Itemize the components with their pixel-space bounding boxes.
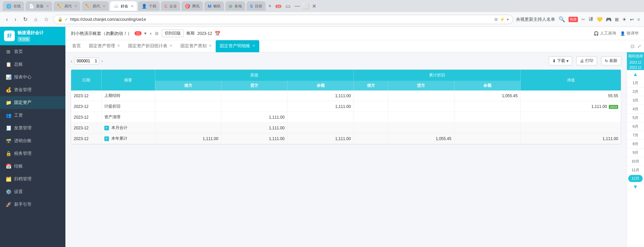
cell-dep-balance-3 — [454, 112, 520, 123]
tab3-close-icon[interactable]: ✕ — [74, 4, 77, 8]
prev-page-button[interactable]: ‹ — [71, 58, 72, 64]
tab-fa-category[interactable]: 固定资产类别 ✕ — [176, 40, 216, 52]
qr-icon[interactable]: ⊞ — [494, 17, 498, 22]
cell-net-3 — [521, 112, 621, 123]
sidebar-item-purchase[interactable]: 🗃️ 进销台账 — [0, 134, 65, 147]
period-item-7[interactable]: 7月 — [627, 131, 644, 140]
grid-icon[interactable]: ⊞ — [615, 17, 619, 22]
menu-icon[interactable]: ≡ — [637, 17, 640, 22]
sun-icon[interactable]: ☀ — [622, 17, 627, 22]
close-window-icon[interactable]: ✕ — [312, 3, 316, 9]
cell-orig-debit-2 — [155, 101, 221, 112]
browser-tab-6[interactable]: 👤 个税 — [138, 1, 160, 11]
sidebar-item-payroll[interactable]: 👥 工资 — [0, 109, 65, 122]
browser-tab-11[interactable]: S 目前 — [247, 1, 266, 11]
game-icon[interactable]: 🎮 — [606, 17, 611, 22]
tab-fa-management[interactable]: 固定资产管理 ✕ — [85, 40, 124, 52]
next-page-button[interactable]: › — [101, 58, 103, 64]
browser-tab-5[interactable]: ☁️ 好会 ✕ — [110, 1, 137, 11]
company-dropdown-button[interactable]: ▾ — [144, 31, 147, 36]
switch-version-button[interactable]: 切到旧版 — [162, 29, 184, 37]
address-bar[interactable]: 🔒 ✓ ⊞ ⚡ ▾ — [53, 15, 513, 24]
address-input[interactable] — [70, 17, 492, 22]
tab5-close-icon[interactable]: ✕ — [131, 4, 133, 8]
back-button[interactable]: ‹ — [4, 16, 10, 23]
period-item-1[interactable]: 1月 — [627, 79, 644, 87]
reload-button[interactable]: ↻ — [21, 15, 30, 23]
sidebar-item-archive[interactable]: 🗂️ 归档管理 — [0, 173, 65, 185]
period-down-button[interactable]: ▼ — [627, 183, 644, 191]
wallet-icon[interactable]: 💛 — [597, 17, 602, 22]
yearly-total-icon: + — [104, 136, 109, 141]
sidebar-item-reports[interactable]: 📊 报表中心 — [0, 71, 65, 83]
period-item-4[interactable]: 4月 — [627, 105, 644, 114]
content-area: ‹ 1 › ⬇ 下载 ▾ — [65, 52, 627, 247]
browser-tab-2[interactable]: 📄 新版 ✕ — [25, 1, 52, 11]
add-company-button[interactable]: + — [149, 31, 152, 36]
sidebar-item-tax[interactable]: 🔒 税务管理 — [0, 147, 65, 160]
sidebar-item-fixed-assets[interactable]: 📁 固定资产 — [0, 96, 65, 109]
sidebar-item-guide[interactable]: 🚀 新手引导 — [0, 198, 65, 211]
browser-tab-1[interactable]: 🌐 在线 — [3, 1, 24, 11]
lightning-icon[interactable]: ⚡ — [500, 17, 505, 22]
sidebar-item-close[interactable]: 📅 结账 — [0, 160, 65, 173]
tab-restore-button[interactable]: ⊡ — [631, 44, 635, 49]
consult-button[interactable]: 🎧 人工咨询 — [594, 30, 616, 36]
period-item-2[interactable]: 2月 — [627, 87, 644, 96]
period-item-6[interactable]: 6月 — [627, 122, 644, 131]
sidebar-item-invoice[interactable]: 🧾 发票管理 — [0, 122, 65, 134]
browser-tab-7[interactable]: C 企业 — [161, 1, 180, 11]
year-badge: 2023 — [609, 105, 618, 109]
tab-home[interactable]: 首页 — [68, 40, 85, 52]
restore-window-icon[interactable]: ⬜ — [303, 3, 309, 9]
home-button[interactable]: ⌂ — [32, 16, 40, 23]
period-item-11[interactable]: 11月 — [627, 166, 644, 175]
tab-fa-dep-stat-close-icon[interactable]: ✕ — [169, 44, 172, 48]
funds-icon: 💰 — [5, 87, 11, 93]
sidebar-item-settings[interactable]: ⚙️ 设置 — [0, 185, 65, 198]
refresh-button[interactable]: ↻ 刷新 — [601, 56, 621, 65]
sidebar-brand: 好 畅捷通好会计 专业版 — [0, 27, 65, 45]
forward-button[interactable]: › — [12, 16, 18, 23]
period-item-10[interactable]: 10月 — [627, 157, 644, 166]
period-up-button[interactable]: ▲ — [627, 70, 644, 79]
download-button[interactable]: ⬇ 下载 ▾ — [549, 56, 572, 65]
search-icon[interactable]: 🔍 — [558, 16, 565, 22]
minimize-icon[interactable]: — — [294, 3, 300, 9]
settings-button[interactable]: ⚙ — [155, 31, 159, 36]
bookmark-button[interactable]: ☆ — [42, 15, 51, 23]
period-item-12[interactable]: 12月 — [628, 175, 643, 182]
browser-tab-10[interactable]: ⊞ 各地 — [225, 1, 245, 11]
scissors-icon[interactable]: ✂ — [581, 17, 585, 22]
tab-fa-mgmt-close-icon[interactable]: ✕ — [117, 44, 120, 48]
period-item-8[interactable]: 8月 — [627, 140, 644, 148]
tab-fullscreen-button[interactable]: ⤢ — [637, 44, 641, 49]
tab-fa-detail[interactable]: 固定资产明细账 ✕ — [216, 40, 259, 52]
sidebar-item-ledger[interactable]: 📋 总账 — [0, 58, 65, 71]
sidebar-item-funds[interactable]: 💰 资金管理 — [0, 83, 65, 96]
settings-icon: ⚙️ — [5, 189, 11, 195]
period-item-9[interactable]: 9月 — [627, 148, 644, 157]
browser-tab-9[interactable]: M 畅联 — [204, 1, 224, 11]
period-item-5[interactable]: 5月 — [627, 114, 644, 122]
tab-fa-dep-stat[interactable]: 固定资产折旧统计表 ✕ — [124, 40, 176, 52]
page-code-input[interactable] — [77, 59, 94, 63]
browser-tab-3[interactable]: ✏️ 易代 ✕ — [54, 1, 80, 11]
tab-fa-detail-close-icon[interactable]: ✕ — [252, 44, 255, 48]
dropdown-icon[interactable]: ▾ — [507, 17, 509, 22]
table-row-yearly-total: 2023-12 + 本年累计 1,111.00 1,111.00 1,111.0… — [71, 133, 621, 144]
header-right: 🎧 人工咨询 👤 徐译华 — [594, 30, 639, 36]
calendar-icon[interactable]: 📅 — [215, 31, 220, 36]
tab-fa-cat-close-icon[interactable]: ✕ — [209, 44, 212, 48]
tab2-close-icon[interactable]: ✕ — [46, 4, 49, 8]
browser-tab-4[interactable]: ✏️ 易代 ✕ — [82, 1, 109, 11]
tab4-close-icon[interactable]: ✕ — [103, 4, 105, 8]
print-button[interactable]: 🖨 打印 — [576, 56, 597, 65]
new-tab-button[interactable]: + — [267, 3, 273, 9]
user-info[interactable]: 👤 徐译华 — [620, 30, 639, 36]
browser-tab-8[interactable]: 🎯 腾讯 — [181, 1, 203, 11]
translate-icon[interactable]: 译 — [589, 16, 593, 22]
period-item-3[interactable]: 3月 — [627, 96, 644, 105]
sidebar-item-home[interactable]: ⊞ 首页 — [0, 45, 65, 58]
history-icon[interactable]: ↩ — [630, 17, 634, 22]
